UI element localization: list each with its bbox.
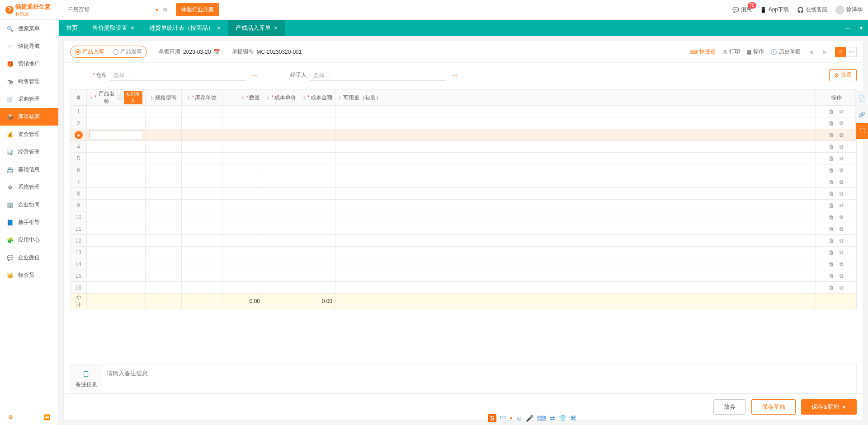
unit-cell[interactable] [182,211,222,223]
ime-mic-icon[interactable]: 🎤 [526,415,533,422]
available-cell[interactable] [335,223,816,235]
qty-cell[interactable] [222,211,263,223]
qty-cell[interactable] [222,223,263,235]
ime-keyboard-icon[interactable]: ⌨ [537,415,546,422]
print-link[interactable]: 🖨 打印 [722,48,740,56]
table-row[interactable]: 15🗑⧉ [71,270,857,282]
price-cell[interactable] [263,282,299,294]
ime-dot-icon[interactable]: • [510,415,512,422]
copy-row-icon[interactable]: ⧉ [840,238,844,244]
price-cell[interactable] [263,235,299,247]
close-icon[interactable]: ✕ [130,25,135,31]
qty-cell[interactable] [222,270,263,282]
spec-cell[interactable] [146,153,182,164]
table-row[interactable]: 8🗑⧉ [71,188,857,200]
view-list-button[interactable]: ≡ [835,47,846,57]
table-row[interactable]: 2🗑⧉ [71,117,857,129]
tab-0[interactable]: 首页 [59,20,85,36]
sidebar-item-4[interactable]: 🛒采购管理 [0,90,58,108]
table-row[interactable]: 12🗑⧉ [71,235,857,247]
qty-cell[interactable] [222,141,263,153]
unit-cell[interactable] [182,247,222,258]
available-cell[interactable] [335,282,816,294]
spec-cell[interactable] [146,223,182,235]
table-row[interactable]: 11🗑⧉ [71,223,857,235]
add-row-button[interactable]: + [75,131,83,139]
price-cell[interactable] [263,129,299,141]
qty-cell[interactable] [222,258,263,270]
amount-cell[interactable] [299,211,335,223]
spec-cell[interactable] [146,247,182,258]
product-name-cell[interactable] [87,247,146,258]
table-row[interactable]: 4🗑⧉ [71,141,857,153]
tab-2[interactable]: 进货单统计表（按商品）✕ [142,20,228,36]
online-service-button[interactable]: 🎧 在线客服 [797,6,827,14]
prev-doc-button[interactable]: ◀ [807,49,815,55]
available-cell[interactable] [335,176,816,188]
amount-cell[interactable] [299,129,335,141]
sidebar-item-6[interactable]: 💰资金管理 [0,126,58,143]
unit-cell[interactable] [182,282,222,294]
sidebar-item-1[interactable]: ⌂快捷导航 [0,37,58,55]
delete-row-icon[interactable]: 🗑 [829,144,834,150]
user-menu[interactable]: 徐泽华 [835,5,863,14]
delete-row-icon[interactable]: 🗑 [829,285,834,291]
amount-cell[interactable] [299,223,335,235]
qty-cell[interactable] [222,117,263,129]
sidebar-item-5[interactable]: 📦库存核算 [0,108,58,126]
table-row[interactable]: 16🗑⧉ [71,282,857,294]
copy-row-icon[interactable]: ⧉ [840,120,844,126]
delete-row-icon[interactable]: 🗑 [829,202,834,209]
unit-cell[interactable] [182,235,222,247]
product-name-cell[interactable] [87,258,146,270]
copy-row-icon[interactable]: ⧉ [840,202,844,209]
operate-link[interactable]: ▦ 操作 [746,48,764,56]
price-cell[interactable] [263,270,299,282]
price-cell[interactable] [263,211,299,223]
copy-row-icon[interactable]: ⧉ [840,214,844,220]
product-name-cell[interactable] [87,117,146,129]
delete-row-icon[interactable]: 🗑 [829,249,834,256]
tab-3[interactable]: 产成品入库单✕ [228,20,285,36]
delete-row-icon[interactable]: 🗑 [829,238,834,244]
sidebar-item-14[interactable]: 👑畅会员 [0,266,58,284]
copy-row-icon[interactable]: ⧉ [840,155,844,162]
col-spec-header[interactable]: ▲▼规格型号 [146,90,182,106]
ime-tool-icon[interactable]: 🛠 [570,415,576,422]
ime-lang[interactable]: 中 [500,414,506,422]
amount-cell[interactable] [299,117,335,129]
delete-row-icon[interactable]: 🗑 [829,191,834,197]
spec-cell[interactable] [146,270,182,282]
try-industry-button[interactable]: 体验行业方案 [176,3,219,16]
table-row[interactable]: +🗑⧉ [71,129,857,141]
amount-cell[interactable] [299,188,335,200]
product-name-cell[interactable] [87,200,146,211]
available-cell[interactable] [335,188,816,200]
ime-skin-icon[interactable]: 👕 [559,415,566,422]
price-cell[interactable] [263,200,299,211]
col-amount-header[interactable]: ▲▼*成本金额 [299,90,335,106]
price-cell[interactable] [263,258,299,270]
sidebar-item-2[interactable]: 🎁营销推广 [0,55,58,73]
available-cell[interactable] [335,270,816,282]
warehouse-picker-icon[interactable]: ⋯ [250,72,260,79]
unit-cell[interactable] [182,106,222,117]
table-row[interactable]: 5🗑⧉ [71,153,857,164]
available-cell[interactable] [335,247,816,258]
amount-cell[interactable] [299,200,335,211]
price-cell[interactable] [263,247,299,258]
available-cell[interactable] [335,258,816,270]
product-name-cell[interactable] [87,164,146,176]
rail-item-1[interactable]: 📄 [856,90,868,107]
delete-row-icon[interactable]: 🗑 [829,179,834,185]
product-name-cell[interactable] [87,188,146,200]
amount-cell[interactable] [299,106,335,117]
discard-button[interactable]: 放弃 [713,399,746,415]
unit-cell[interactable] [182,188,222,200]
table-row[interactable]: 1🗑⧉ [71,106,857,117]
sidebar-item-13[interactable]: 💬企业微信 [0,249,58,266]
close-icon[interactable]: ✕ [217,25,221,31]
unit-cell[interactable] [182,223,222,235]
unit-cell[interactable] [182,176,222,188]
amount-cell[interactable] [299,235,335,247]
